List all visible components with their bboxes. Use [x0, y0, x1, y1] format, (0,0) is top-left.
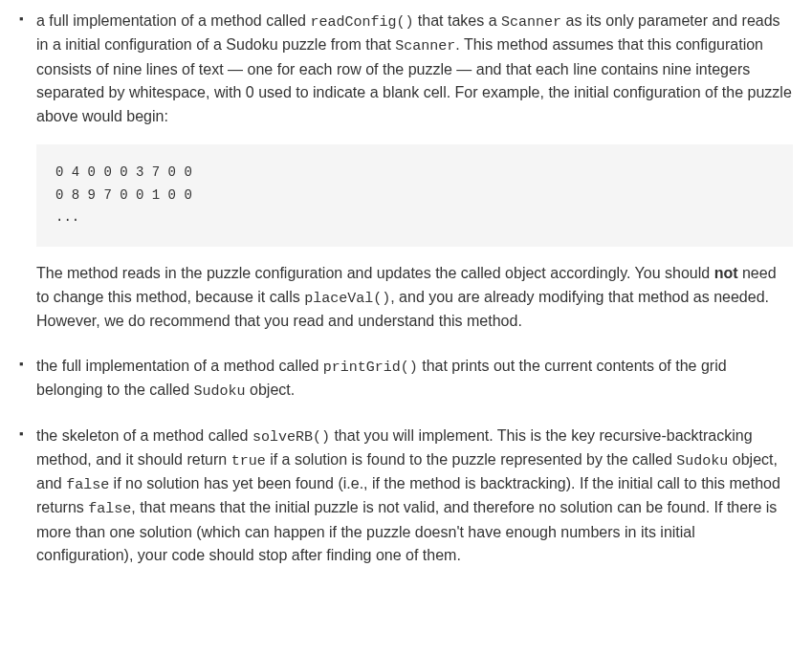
list-item: the full implementation of a method call…	[19, 355, 793, 403]
text: the skeleton of a method called	[36, 427, 252, 444]
code-block: 0 4 0 0 0 3 7 0 0 0 8 9 7 0 0 1 0 0 ...	[36, 144, 793, 247]
text: that takes a	[413, 12, 501, 29]
text: The method reads in the puzzle configura…	[36, 265, 714, 281]
list-item: a full implementation of a method called…	[19, 10, 793, 334]
code-inline: false	[66, 477, 109, 493]
code-inline: Scanner	[501, 14, 561, 31]
code-inline: placeVal()	[304, 291, 390, 307]
bullet-list: a full implementation of a method called…	[0, 10, 793, 568]
text: object.	[246, 382, 296, 398]
code-inline: Scanner	[395, 38, 455, 54]
code-inline: Sudoku	[194, 383, 246, 400]
paragraph: the full implementation of a method call…	[36, 355, 793, 403]
code-inline: true	[231, 453, 266, 469]
code-inline: solveRB()	[252, 429, 330, 446]
bold-text: not	[714, 265, 738, 281]
paragraph: The method reads in the puzzle configura…	[36, 262, 793, 334]
paragraph: the skeleton of a method called solveRB(…	[36, 425, 793, 569]
code-inline: printGrid()	[323, 360, 418, 376]
text: a full implementation of a method called	[36, 12, 310, 29]
code-inline: false	[88, 501, 131, 517]
text: if a solution is found to the puzzle rep…	[266, 451, 677, 468]
code-inline: Sudoku	[676, 453, 728, 469]
text: the full implementation of a method call…	[36, 358, 323, 374]
paragraph: a full implementation of a method called…	[36, 10, 793, 129]
code-inline: readConfig()	[310, 14, 413, 31]
list-item: the skeleton of a method called solveRB(…	[19, 425, 793, 569]
text: , that means that the initial puzzle is …	[36, 499, 777, 563]
